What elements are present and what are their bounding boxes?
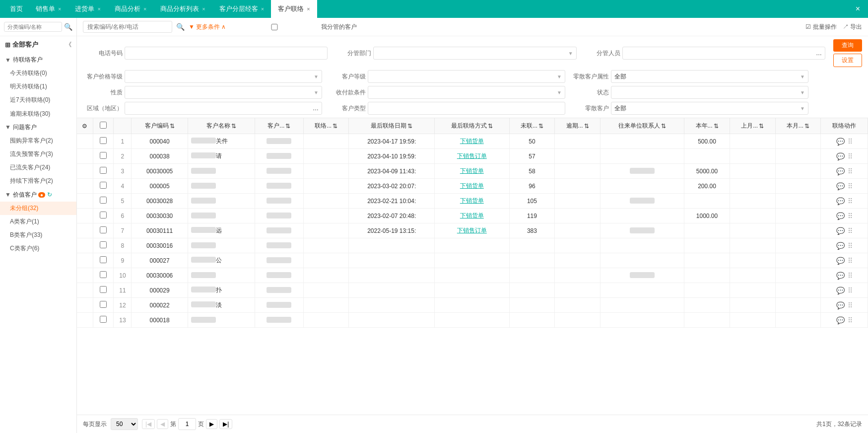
row-checkbox[interactable] <box>93 283 114 298</box>
query-button[interactable]: 查询 <box>833 39 862 52</box>
sidebar-item-declining[interactable]: 持续下滑客户(2) <box>0 174 76 188</box>
tab-customer-segment[interactable]: 客户分层经客 × <box>212 0 271 18</box>
close-tab-product-analysis[interactable]: × <box>143 6 146 12</box>
close-tab-product-list[interactable]: × <box>202 6 205 12</box>
payment-select[interactable]: ▼ <box>368 86 565 99</box>
last-method-link[interactable]: 下销货单 <box>460 197 484 204</box>
col-no-contact[interactable]: 未联... ⇅ <box>509 118 555 134</box>
row-checkbox[interactable] <box>93 179 114 194</box>
close-tab-customer-contact[interactable]: × <box>307 6 310 12</box>
tab-product-analysis[interactable]: 商品分析 × <box>108 0 153 18</box>
more-icon[interactable]: ⠿ <box>848 272 853 280</box>
sidebar-item-lost[interactable]: 已流失客户(24) <box>0 161 76 174</box>
row-checkbox-input[interactable] <box>100 226 107 233</box>
more-icon[interactable]: ⠿ <box>848 197 853 205</box>
more-icon[interactable]: ⠿ <box>848 287 853 294</box>
next-page-btn[interactable]: ▶ <box>206 419 217 429</box>
last-method-link[interactable]: 下销货单 <box>460 212 484 219</box>
col-code[interactable]: 客户编码 ⇅ <box>132 118 188 134</box>
all-customers-item[interactable]: ⊞ 全部客户 《 <box>0 36 76 53</box>
row-checkbox[interactable] <box>93 268 114 283</box>
row-checkbox[interactable] <box>93 223 114 238</box>
last-page-btn[interactable]: ▶| <box>219 419 232 429</box>
tab-product-list[interactable]: 商品分析列表 × <box>153 0 212 18</box>
row-checkbox-input[interactable] <box>100 286 107 293</box>
sidebar-item-abnormal[interactable]: 囤购异常客户(2) <box>0 134 76 147</box>
sidebar-search-input[interactable] <box>4 22 62 32</box>
phone-input[interactable] <box>125 47 328 60</box>
retail-select[interactable]: 全部 ▼ <box>611 102 808 115</box>
row-checkbox-input[interactable] <box>100 256 107 263</box>
row-checkbox[interactable] <box>93 164 114 179</box>
section-pending-contact[interactable]: ▼ 待联络客户 <box>0 53 76 67</box>
chat-icon[interactable]: 💬 <box>836 182 845 190</box>
last-method-link[interactable]: 下销售订单 <box>457 227 487 234</box>
more-conditions-btn[interactable]: ▼ 更多条件 ∧ <box>189 23 226 31</box>
page-size-select[interactable]: 50 20 100 <box>111 418 138 430</box>
chat-icon[interactable]: 💬 <box>836 287 845 294</box>
row-checkbox-input[interactable] <box>100 137 107 144</box>
row-checkbox-input[interactable] <box>100 271 107 278</box>
row-checkbox-input[interactable] <box>100 212 107 218</box>
row-checkbox[interactable] <box>93 253 114 268</box>
more-icon[interactable]: ⠿ <box>848 212 853 220</box>
last-method-link[interactable]: 下销货单 <box>460 138 484 144</box>
chat-icon[interactable]: 💬 <box>836 242 845 250</box>
batch-operation-link[interactable]: ☑ 批量操作 <box>805 23 836 31</box>
col-last-method[interactable]: 最后联络方式 ⇅ <box>434 118 509 134</box>
last-method-link[interactable]: 下销售订单 <box>457 152 487 159</box>
last-method-link[interactable]: 下销货单 <box>460 182 484 189</box>
col-overdue[interactable]: 逾期... ⇅ <box>555 118 601 134</box>
col-settings[interactable]: ⚙ <box>77 118 93 134</box>
more-icon[interactable]: ⠿ <box>848 301 853 309</box>
col-name[interactable]: 客户名称 ⇅ <box>188 118 255 134</box>
first-page-btn[interactable]: |◀ <box>142 419 155 429</box>
row-checkbox-input[interactable] <box>100 301 107 308</box>
row-checkbox-input[interactable] <box>100 152 107 159</box>
sidebar-item-ungrouped[interactable]: 未分组(32) <box>0 202 76 215</box>
row-checkbox-input[interactable] <box>100 316 107 323</box>
row-checkbox[interactable] <box>93 209 114 223</box>
col-checkbox-all[interactable] <box>93 118 114 134</box>
prev-page-btn[interactable]: ◀ <box>157 419 168 429</box>
close-all-icon[interactable]: × <box>852 4 864 13</box>
sidebar-item-7days[interactable]: 近7天待联络(0) <box>0 93 76 107</box>
my-customers-checkbox-label[interactable]: 我分管的客户 <box>230 23 357 31</box>
col-this-year[interactable]: 本年... ⇅ <box>684 118 730 134</box>
more-icon[interactable]: ⠿ <box>848 316 853 324</box>
sidebar-search-icon[interactable]: 🔍 <box>64 23 72 31</box>
row-checkbox-input[interactable] <box>100 167 107 174</box>
more-icon[interactable]: ⠿ <box>848 242 853 250</box>
tab-sales[interactable]: 销售单 × <box>29 0 68 18</box>
select-all-checkbox[interactable] <box>100 122 107 129</box>
nav-home[interactable]: 首页 <box>4 4 29 13</box>
refresh-icon[interactable]: ↻ <box>47 191 52 198</box>
col-last-month[interactable]: 上月... ⇅ <box>730 118 775 134</box>
chat-icon[interactable]: 💬 <box>836 138 845 145</box>
tab-customer-contact[interactable]: 客户联络 × <box>271 0 317 18</box>
export-link[interactable]: ↗ 导出 <box>843 23 862 31</box>
reset-button[interactable]: 设置 <box>833 54 862 67</box>
more-icon[interactable]: ⠿ <box>848 138 853 145</box>
price-level-select[interactable]: ▼ <box>125 70 322 83</box>
close-tab-purchase[interactable]: × <box>97 6 100 12</box>
chat-icon[interactable]: 💬 <box>836 316 845 324</box>
sidebar-item-at-risk[interactable]: 流失预警客户(3) <box>0 147 76 161</box>
section-value-customers[interactable]: ▼ 价值客户 ● ↻ <box>0 188 76 202</box>
status-select[interactable]: ▼ <box>611 86 808 99</box>
chat-icon[interactable]: 💬 <box>836 257 845 265</box>
col-this-month[interactable]: 本月... ⇅ <box>775 118 821 134</box>
manager-input[interactable]: … <box>622 47 825 60</box>
chat-icon[interactable]: 💬 <box>836 197 845 205</box>
retail-attr-select[interactable]: 全部 ▼ <box>611 70 808 83</box>
col-last-date[interactable]: 最后联络日期 ⇅ <box>349 118 435 134</box>
row-checkbox[interactable] <box>93 238 114 253</box>
row-checkbox-input[interactable] <box>100 241 107 248</box>
customer-level-select[interactable]: ▼ <box>368 70 565 83</box>
more-icon[interactable]: ⠿ <box>848 257 853 265</box>
region-select[interactable]: … <box>125 102 322 115</box>
my-customers-checkbox[interactable] <box>230 24 319 30</box>
row-checkbox[interactable] <box>93 298 114 313</box>
close-tab-customer-segment[interactable]: × <box>261 6 264 12</box>
search-input[interactable] <box>83 21 172 33</box>
